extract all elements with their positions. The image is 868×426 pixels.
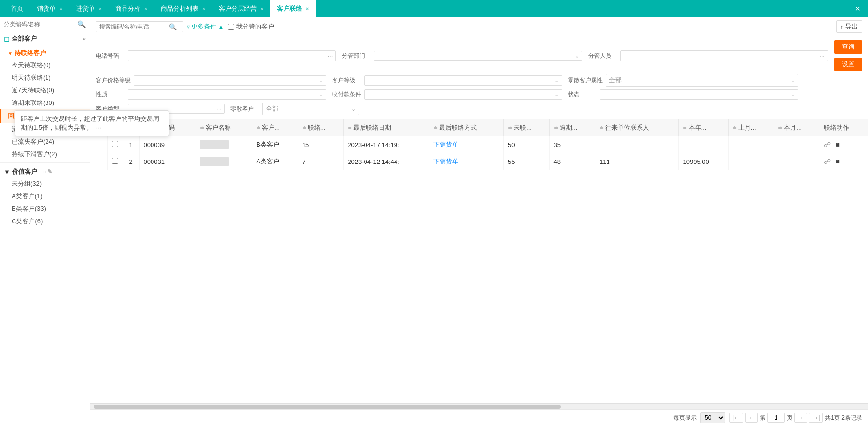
td-overdue-1: 35 xyxy=(549,136,595,153)
filter-phone-input[interactable]: ··· xyxy=(128,50,336,61)
per-page-select[interactable]: 50 100 200 xyxy=(700,412,725,423)
filter-retail-attr-select[interactable]: 全部 ⌄ xyxy=(606,74,798,87)
first-page-btn[interactable]: |← xyxy=(729,413,743,423)
th-overdue[interactable]: 逾期... xyxy=(549,119,595,136)
last-page-btn[interactable]: →| xyxy=(809,413,823,423)
sidebar-lost-confirm[interactable]: 已流失客户(24) xyxy=(0,135,90,148)
nav-goods-analysis-list[interactable]: 商品分析列表 × xyxy=(154,0,212,17)
filter-gender-label: 性质 xyxy=(96,90,125,99)
row1-link-icon[interactable]: ☍ xyxy=(824,141,831,148)
filter-dept: 分管部门 ⌄ xyxy=(342,51,582,61)
filter-gender-select[interactable]: ⌄ xyxy=(128,89,326,100)
nav-purchase-close[interactable]: × xyxy=(99,6,102,12)
export-icon: ↑ xyxy=(840,23,844,30)
sidebar-search-icon[interactable]: 🔍 xyxy=(77,20,86,28)
query-button[interactable]: 查询 xyxy=(834,40,862,54)
td-code-1: 000039 xyxy=(139,136,196,153)
filter-price-level: 客户价格等级 ⌄ xyxy=(96,75,326,86)
scrollbar-thumb[interactable] xyxy=(94,405,561,409)
filter-payment-select[interactable]: ⌄ xyxy=(364,89,563,100)
td-this-month-2 xyxy=(774,153,820,170)
filter-payment: 收付款条件 ⌄ xyxy=(332,89,563,100)
th-category[interactable]: 客户... xyxy=(252,119,298,136)
nav-customer-contact[interactable]: 客户联络 × xyxy=(270,0,316,17)
sidebar-value-c[interactable]: C类客户(6) xyxy=(0,215,90,228)
page-nav: |← ← 第 页 → →| 共1页 2条记录 xyxy=(729,413,862,423)
next-page-btn[interactable]: → xyxy=(794,413,807,423)
prev-page-btn[interactable]: ← xyxy=(745,413,758,423)
row2-link-icon[interactable]: ☍ xyxy=(824,158,831,165)
sidebar-value-b[interactable]: B类客户(33) xyxy=(0,203,90,215)
filter-customer-level-select[interactable]: ⌄ xyxy=(364,75,563,86)
value-group-circle-icon[interactable]: ○ xyxy=(42,168,46,175)
export-button[interactable]: ↑ 导出 xyxy=(836,20,863,33)
setting-button[interactable]: 设置 xyxy=(834,58,862,71)
filter-retail-customer-select[interactable]: 全部 ⌄ xyxy=(262,103,359,115)
td-last-contact-date-2: 2023-04-12 14:44: xyxy=(344,153,429,170)
td-contact-1: 15 xyxy=(298,136,344,153)
nav-goods-analysis-list-close[interactable]: × xyxy=(202,6,205,12)
window-close-button[interactable]: × xyxy=(851,4,864,14)
sidebar-item-tomorrow[interactable]: 明天待联络(1) xyxy=(0,72,90,84)
td-unpaid-1: 50 xyxy=(503,136,549,153)
th-company-contact[interactable]: 往来单位联系人 xyxy=(595,119,679,136)
filter-person-input[interactable]: ··· xyxy=(620,50,828,61)
advanced-filter: 电话号码 ··· 分管部门 ⌄ 分管人员 xyxy=(90,36,868,119)
query-setting-buttons: 查询 设置 xyxy=(834,40,862,71)
th-last-contact-date[interactable]: 最后联络日期 xyxy=(344,119,429,136)
td-company-contact-1 xyxy=(595,136,679,153)
th-contact[interactable]: 联络... xyxy=(298,119,344,136)
sidebar-all-customers[interactable]: ◻ 全部客户 « xyxy=(0,31,90,46)
th-last-month[interactable]: 上月... xyxy=(728,119,774,136)
td-category-2: A类客户 xyxy=(252,153,298,170)
nav-home[interactable]: 首页 xyxy=(4,0,30,17)
filter-search-input[interactable] xyxy=(99,23,167,30)
pagination-bar: 每页显示 50 100 200 |← ← 第 页 → →| 共1页 2条记录 xyxy=(90,409,868,426)
th-name[interactable]: 客户名称 xyxy=(196,119,252,136)
nav-sales[interactable]: 销货单 × xyxy=(30,0,69,17)
td-last-month-2 xyxy=(728,153,774,170)
sidebar-value-group[interactable]: ▼ 价值客户 ○ ✎ xyxy=(0,165,90,177)
nav-goods-analysis[interactable]: 商品分析 × xyxy=(108,0,154,17)
nav-purchase[interactable]: 进货单 × xyxy=(69,0,108,17)
filter-status-select[interactable]: ⌄ xyxy=(600,89,798,100)
nav-customer-contact-close[interactable]: × xyxy=(306,6,309,12)
td-unpaid-2: 55 xyxy=(503,153,549,170)
th-this-month[interactable]: 本月... xyxy=(774,119,820,136)
row1-grid-icon[interactable]: ◾ xyxy=(834,141,842,148)
sidebar-value-a[interactable]: A类客户(1) xyxy=(0,190,90,203)
filter-price-level-select[interactable]: ⌄ xyxy=(134,75,326,86)
sidebar-item-today[interactable]: 今天待联络(0) xyxy=(0,59,90,72)
sidebar-item-7days[interactable]: 近7天待联络(0) xyxy=(0,84,90,97)
td-last-month-1 xyxy=(728,136,774,153)
filter-payment-label: 收付款条件 xyxy=(332,90,361,99)
nav-goods-analysis-close[interactable]: × xyxy=(144,6,147,12)
sidebar-search-input[interactable] xyxy=(4,21,77,28)
row2-grid-icon[interactable]: ◾ xyxy=(834,158,842,165)
sidebar-value-ungrouped[interactable]: 未分组(32) xyxy=(0,177,90,190)
horizontal-scrollbar[interactable] xyxy=(90,403,868,409)
td-code-2: 000031 xyxy=(139,153,196,170)
value-group-edit-icon[interactable]: ✎ xyxy=(47,168,52,175)
sidebar-pending-group[interactable]: ▼ 待联络客户 xyxy=(0,46,90,59)
th-unpaid[interactable]: 未联... xyxy=(503,119,549,136)
row1-checkbox[interactable] xyxy=(112,141,118,147)
my-customers-checkbox[interactable] xyxy=(228,24,234,30)
th-last-contact-method[interactable]: 最后联络方式 xyxy=(429,119,504,136)
filter-search-icon[interactable]: 🔍 xyxy=(169,23,177,30)
page-input[interactable] xyxy=(767,413,785,423)
nav-sales-close[interactable]: × xyxy=(60,6,62,12)
td-last-contact-date-1: 2023-04-17 14:19: xyxy=(344,136,429,153)
more-conditions-btn[interactable]: ▿ 更多条件 ▲ xyxy=(187,22,224,31)
sidebar-falling[interactable]: 持续下滑客户(2) xyxy=(0,148,90,161)
th-this-year[interactable]: 本年... xyxy=(679,119,728,136)
sidebar-collapse-arrow[interactable]: « xyxy=(83,36,86,42)
td-name-2 xyxy=(196,153,252,170)
tooltip-popup: 距客户上次交易时长，超过了此客户的平均交易周期的1.5倍，则视为异常。 ··· xyxy=(15,110,90,136)
sidebar-item-overdue[interactable]: 逾期未联络(30) xyxy=(0,97,90,109)
row2-checkbox[interactable] xyxy=(112,158,118,164)
nav-customer-tier[interactable]: 客户分层经营 × xyxy=(212,0,270,17)
filter-dept-select[interactable]: ⌄ xyxy=(374,51,582,61)
filter-gender: 性质 ⌄ xyxy=(96,89,326,100)
nav-customer-tier-close[interactable]: × xyxy=(260,6,263,12)
